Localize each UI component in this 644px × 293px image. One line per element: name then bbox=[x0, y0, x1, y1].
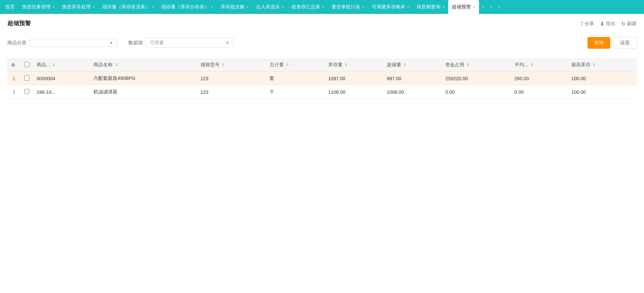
nav-label: 保质期查询 bbox=[417, 4, 440, 10]
close-icon[interactable]: × bbox=[211, 5, 213, 9]
cell-goods-name: 六配套新昌490BPG bbox=[90, 72, 197, 85]
table-row: 2 186-10... 机油滤清器 123 个 1106.00 1006.00 … bbox=[7, 85, 637, 99]
cell-capital: 259220.00 bbox=[442, 72, 511, 85]
nav-label: 现存量（库存状况表） bbox=[102, 4, 150, 10]
nav-label: 拣货任务管理 bbox=[22, 4, 51, 10]
category-label: 商品分类 bbox=[7, 40, 26, 46]
row-checkbox-cell[interactable] bbox=[21, 85, 33, 99]
sort-icon: ⇅ bbox=[52, 63, 55, 67]
settings-button[interactable]: 设置 bbox=[613, 37, 637, 49]
nav-prev-arrow[interactable]: ‹ bbox=[479, 0, 487, 14]
col-goods-name-label: 商品名称 bbox=[94, 62, 113, 67]
refresh-button[interactable]: ↻ 刷新 bbox=[621, 21, 637, 27]
sort-icon: ⇅ bbox=[222, 63, 225, 67]
category-filter: 商品分类 ▼ bbox=[7, 39, 117, 47]
col-goods-code-label: 商品... bbox=[37, 62, 50, 67]
col-goods-name[interactable]: 商品名称 ⇅ bbox=[90, 58, 197, 72]
share-icon: ⤴ bbox=[581, 21, 583, 27]
datasource-label: 数据源 bbox=[128, 40, 143, 46]
col-capital[interactable]: 资金占用 ⇅ bbox=[442, 58, 511, 72]
nav-item-home[interactable]: 首页 bbox=[1, 0, 18, 14]
cell-unit: 套 bbox=[266, 72, 325, 85]
checkbox-column-header[interactable] bbox=[21, 58, 33, 72]
row-checkbox[interactable] bbox=[24, 75, 29, 81]
nav-label: 可用量库存账本 bbox=[372, 4, 405, 10]
cell-avg: 260.00 bbox=[511, 72, 568, 85]
gear-column-header[interactable]: ⚙ bbox=[7, 58, 21, 72]
cell-goods-code: 0000004 bbox=[33, 72, 90, 85]
sort-icon: ⇅ bbox=[403, 63, 406, 67]
nav-label: 出入库流水 bbox=[256, 4, 280, 10]
cell-capital: 0.00 bbox=[442, 85, 511, 99]
nav-item-5[interactable]: 库存批次账 × bbox=[217, 0, 252, 14]
gear-icon: ⚙ bbox=[11, 62, 15, 68]
close-icon[interactable]: × bbox=[362, 5, 364, 9]
col-avg[interactable]: 平均... ⇅ bbox=[511, 58, 568, 72]
close-icon[interactable]: × bbox=[152, 5, 154, 9]
chevron-down-icon: ▼ bbox=[226, 41, 230, 45]
nav-item-1[interactable]: 拣货任务管理 × bbox=[18, 0, 58, 14]
sort-icon: ⇅ bbox=[345, 63, 348, 67]
nav-more-arrow[interactable]: › bbox=[495, 0, 503, 14]
header-actions: ⤴ 分享 ⬇ 导出 ↻ 刷新 bbox=[581, 21, 637, 27]
query-button[interactable]: 查询 bbox=[588, 37, 610, 49]
row-checkbox[interactable] bbox=[24, 89, 29, 94]
row-checkbox-cell[interactable] bbox=[21, 72, 33, 85]
row-num: 1 bbox=[7, 72, 21, 85]
nav-item-3[interactable]: 现存量（库存状况表） × bbox=[99, 0, 158, 14]
export-icon: ⬇ bbox=[600, 21, 604, 27]
nav-label: 现存量（库存分布表） bbox=[161, 4, 209, 10]
close-icon[interactable]: × bbox=[322, 5, 324, 9]
cell-avg: 0.00 bbox=[511, 85, 568, 99]
sort-icon: ⇅ bbox=[467, 63, 470, 67]
nav-label: 超储预警 bbox=[452, 4, 471, 10]
sort-icon: ⇅ bbox=[530, 63, 533, 67]
nav-label: 首页 bbox=[5, 4, 15, 10]
nav-item-2[interactable]: 拣货异常处理 × bbox=[58, 0, 98, 14]
col-max-stock[interactable]: 最高库存 ⇅ bbox=[568, 58, 637, 72]
cell-goods-code: 186-10... bbox=[33, 85, 90, 99]
cell-spec: 123 bbox=[197, 85, 266, 99]
category-select[interactable]: ▼ bbox=[29, 39, 117, 47]
datasource-select[interactable]: 可用量 ▼ bbox=[146, 38, 234, 48]
col-overstock-label: 超储量 bbox=[387, 62, 401, 67]
col-stock[interactable]: 库存量 ⇅ bbox=[325, 58, 383, 72]
nav-label: 拣货异常处理 bbox=[62, 4, 91, 10]
close-icon[interactable]: × bbox=[407, 5, 409, 9]
close-icon[interactable]: × bbox=[473, 5, 475, 9]
col-overstock[interactable]: 超储量 ⇅ bbox=[383, 58, 442, 72]
col-capital-label: 资金占用 bbox=[445, 62, 464, 67]
close-icon[interactable]: × bbox=[52, 5, 55, 9]
nav-item-active[interactable]: 超储预警 × bbox=[448, 0, 479, 14]
export-button[interactable]: ⬇ 导出 bbox=[600, 21, 615, 27]
cell-max-stock: 100.00 bbox=[568, 72, 637, 85]
col-unit[interactable]: 主计量 ⇅ bbox=[266, 58, 325, 72]
nav-item-4[interactable]: 现存量（库存分布表） × bbox=[158, 0, 217, 14]
nav-next-arrow[interactable]: › bbox=[487, 0, 495, 14]
share-button[interactable]: ⤴ 分享 bbox=[581, 21, 594, 27]
close-icon[interactable]: × bbox=[92, 5, 95, 9]
sort-icon: ⇅ bbox=[286, 63, 289, 67]
close-icon[interactable]: × bbox=[246, 5, 249, 9]
refresh-icon: ↻ bbox=[621, 21, 626, 27]
nav-bar: 首页 拣货任务管理 × 拣货异常处理 × 现存量（库存状况表） × 现存量（库存… bbox=[0, 0, 644, 14]
cell-max-stock: 100.00 bbox=[568, 85, 637, 99]
table-row: 1 0000004 六配套新昌490BPG 123 套 1097.00 997.… bbox=[7, 72, 637, 85]
nav-item-7[interactable]: 收发存汇总表 × bbox=[288, 0, 328, 14]
cell-spec: 123 bbox=[197, 72, 266, 85]
nav-label: 要货单统计表 bbox=[332, 4, 360, 10]
nav-item-10[interactable]: 保质期查询 × bbox=[413, 0, 448, 14]
select-all-checkbox[interactable] bbox=[24, 62, 29, 67]
nav-item-6[interactable]: 出入库流水 × bbox=[252, 0, 288, 14]
close-icon[interactable]: × bbox=[442, 5, 444, 9]
col-unit-label: 主计量 bbox=[270, 62, 284, 67]
close-icon[interactable]: × bbox=[282, 5, 284, 9]
page-title: 超储预警 bbox=[7, 20, 31, 27]
col-stock-label: 库存量 bbox=[328, 62, 343, 67]
data-table: ⚙ 商品... ⇅ 商品名称 ⇅ 规格型号 ⇅ 主计量 bbox=[7, 58, 637, 99]
col-spec[interactable]: 规格型号 ⇅ bbox=[197, 58, 266, 72]
chevron-down-icon: ▼ bbox=[109, 41, 113, 45]
nav-item-9[interactable]: 可用量库存账本 × bbox=[368, 0, 413, 14]
col-goods-code[interactable]: 商品... ⇅ bbox=[33, 58, 90, 72]
nav-item-8[interactable]: 要货单统计表 × bbox=[328, 0, 368, 14]
